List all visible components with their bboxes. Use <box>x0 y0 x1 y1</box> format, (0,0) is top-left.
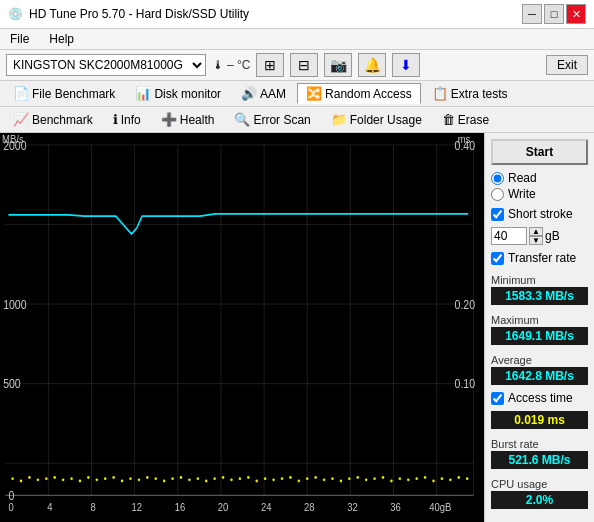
main-content: 2000 1000 500 0 MB/s 0.40 0.20 0.10 ms 0… <box>0 133 594 522</box>
read-radio-row: Read <box>491 171 588 185</box>
svg-text:MB/s: MB/s <box>2 133 24 145</box>
svg-point-44 <box>62 478 65 481</box>
svg-text:20: 20 <box>218 501 229 513</box>
svg-point-59 <box>188 478 191 481</box>
tab-random-access[interactable]: 🔀 Random Access <box>297 83 421 104</box>
access-time-value: 0.019 ms <box>491 411 588 429</box>
access-time-checkbox[interactable] <box>491 392 504 405</box>
svg-point-91 <box>457 476 460 479</box>
svg-text:0: 0 <box>8 501 14 513</box>
read-radio[interactable] <box>491 172 504 185</box>
tab-random-access-label: Random Access <box>325 87 412 101</box>
svg-text:32: 32 <box>347 501 358 513</box>
svg-point-38 <box>11 477 14 480</box>
maximum-value: 1649.1 MB/s <box>491 327 588 345</box>
tab-folder-usage[interactable]: 📁 Folder Usage <box>322 109 431 130</box>
toolbar-btn-3[interactable]: 📷 <box>324 53 352 77</box>
maximum-label: Maximum <box>491 314 588 326</box>
svg-point-75 <box>323 478 326 481</box>
write-radio[interactable] <box>491 188 504 201</box>
tab-erase[interactable]: 🗑 Erase <box>433 109 498 130</box>
svg-point-89 <box>441 477 444 480</box>
file-benchmark-icon: 📄 <box>13 86 29 101</box>
tab-aam[interactable]: 🔊 AAM <box>232 83 295 104</box>
svg-point-81 <box>373 477 376 480</box>
spinner-up-button[interactable]: ▲ <box>529 227 543 236</box>
write-radio-row: Write <box>491 187 588 201</box>
tab-error-scan[interactable]: 🔍 Error Scan <box>225 109 319 130</box>
toolbar-btn-4[interactable]: 🔔 <box>358 53 386 77</box>
spinner-down-button[interactable]: ▼ <box>529 236 543 245</box>
tab-extra-tests-label: Extra tests <box>451 87 508 101</box>
tab-health-label: Health <box>180 113 215 127</box>
short-stroke-row: Short stroke <box>491 207 588 221</box>
window-title: HD Tune Pro 5.70 - Hard Disk/SSD Utility <box>29 7 249 21</box>
svg-point-51 <box>121 480 124 483</box>
svg-point-79 <box>356 476 359 479</box>
tab-info[interactable]: ℹ Info <box>104 109 150 130</box>
toolbar-btn-1[interactable]: ⊞ <box>256 53 284 77</box>
minimum-value: 1583.3 MB/s <box>491 287 588 305</box>
svg-point-52 <box>129 477 132 480</box>
svg-text:28: 28 <box>304 501 315 513</box>
menu-help[interactable]: Help <box>45 31 78 47</box>
menu-file[interactable]: File <box>6 31 33 47</box>
short-stroke-checkbox[interactable] <box>491 208 504 221</box>
tab-info-label: Info <box>121 113 141 127</box>
maximize-button[interactable]: □ <box>544 4 564 24</box>
tab-aam-label: AAM <box>260 87 286 101</box>
extra-tests-icon: 📋 <box>432 86 448 101</box>
svg-point-92 <box>466 477 469 480</box>
toolbar-btn-2[interactable]: ⊟ <box>290 53 318 77</box>
short-stroke-input[interactable] <box>491 227 527 245</box>
burst-rate-label: Burst rate <box>491 438 588 450</box>
app-icon: 💿 <box>8 7 23 21</box>
svg-point-43 <box>53 476 56 479</box>
maximum-section: Maximum 1649.1 MB/s <box>491 311 588 345</box>
svg-text:1000: 1000 <box>3 298 26 311</box>
svg-point-57 <box>171 477 174 480</box>
drive-selector[interactable]: KINGSTON SKC2000M81000G (1000 gB) <box>6 54 206 76</box>
svg-point-67 <box>255 480 258 483</box>
svg-text:24: 24 <box>261 501 272 513</box>
nav-row1: 📄 File Benchmark 📊 Disk monitor 🔊 AAM 🔀 … <box>0 81 594 107</box>
tab-benchmark[interactable]: 📈 Benchmark <box>4 109 102 130</box>
tab-extra-tests[interactable]: 📋 Extra tests <box>423 83 517 104</box>
cpu-usage-value: 2.0% <box>491 491 588 509</box>
svg-point-71 <box>289 476 292 479</box>
close-button[interactable]: ✕ <box>566 4 586 24</box>
read-write-group: Read Write <box>491 171 588 201</box>
thermometer-icon: 🌡 <box>212 58 224 72</box>
svg-point-87 <box>424 476 427 479</box>
transfer-rate-label: Transfer rate <box>508 251 576 265</box>
tab-disk-monitor[interactable]: 📊 Disk monitor <box>126 83 230 104</box>
tab-health[interactable]: ➕ Health <box>152 109 224 130</box>
tab-file-benchmark[interactable]: 📄 File Benchmark <box>4 83 124 104</box>
svg-point-45 <box>70 477 73 480</box>
tab-disk-monitor-label: Disk monitor <box>154 87 221 101</box>
cpu-usage-label: CPU usage <box>491 478 588 490</box>
health-icon: ➕ <box>161 112 177 127</box>
short-stroke-label: Short stroke <box>508 207 573 221</box>
svg-point-39 <box>20 480 23 483</box>
minimize-button[interactable]: ─ <box>522 4 542 24</box>
tab-benchmark-label: Benchmark <box>32 113 93 127</box>
svg-point-62 <box>213 477 216 480</box>
svg-point-40 <box>28 476 31 479</box>
svg-point-50 <box>112 476 115 479</box>
svg-point-77 <box>340 480 343 483</box>
svg-point-90 <box>449 478 452 481</box>
exit-button[interactable]: Exit <box>546 55 588 75</box>
svg-point-41 <box>37 478 40 481</box>
svg-point-63 <box>222 476 225 479</box>
disk-monitor-icon: 📊 <box>135 86 151 101</box>
svg-point-70 <box>281 477 284 480</box>
menu-bar: File Help <box>0 29 594 50</box>
tab-folder-usage-label: Folder Usage <box>350 113 422 127</box>
svg-text:0.20: 0.20 <box>455 298 475 311</box>
transfer-rate-checkbox[interactable] <box>491 252 504 265</box>
toolbar-btn-5[interactable]: ⬇ <box>392 53 420 77</box>
svg-point-84 <box>399 477 402 480</box>
svg-point-68 <box>264 477 267 480</box>
start-button[interactable]: Start <box>491 139 588 165</box>
